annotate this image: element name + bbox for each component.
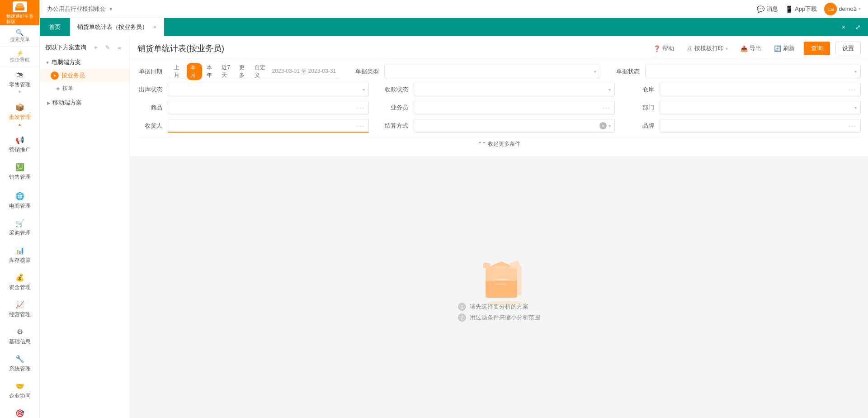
dept-dropdown-icon: ▾ xyxy=(854,105,857,110)
date-tab-this-year[interactable]: 本年 xyxy=(204,63,217,80)
date-tab-7days[interactable]: 近7天 xyxy=(219,63,235,80)
tab-close-window-btn[interactable]: × xyxy=(837,21,850,33)
sidebar-item-purchase[interactable]: 🛒 采购管理 xyxy=(0,214,40,242)
step-2-num: 2 xyxy=(458,314,466,322)
settings-btn[interactable]: 设置 xyxy=(835,42,861,55)
help-icon: ❓ xyxy=(653,45,660,52)
step-1-num: 1 xyxy=(458,303,466,311)
logo-icon xyxy=(13,1,27,12)
salesman-field[interactable]: ··· xyxy=(414,101,615,114)
date-tab-more[interactable]: 更多 xyxy=(236,63,250,80)
empty-text: 1 请先选择要分析的方案 2 用过滤条件来缩小分析范围 xyxy=(458,303,540,324)
collapse-panel-btn[interactable]: « xyxy=(114,43,124,52)
sidebar-search[interactable]: 🔍 搜索菜单 xyxy=(0,25,40,47)
tab-bar: 首页 销货单统计表（按业务员） × × ⤢ xyxy=(40,18,868,36)
export-icon: 📤 xyxy=(741,45,748,52)
sidebar-item-ecommerce[interactable]: 🌐 电商管理 xyxy=(0,187,40,214)
collapse-bar[interactable]: ⌃⌃ 收起更多条件 xyxy=(137,137,861,151)
tab-close-btn[interactable]: × xyxy=(153,24,156,30)
message-icon: 💬 xyxy=(757,5,764,13)
salesman-label: 业务员 xyxy=(383,104,408,112)
receiver-dots: ··· xyxy=(357,122,365,129)
collapse-icon: « xyxy=(118,44,121,51)
marketing-icon: 📢 xyxy=(15,136,24,144)
plan-item-icon: ● xyxy=(51,71,59,80)
sidebar-item-retail[interactable]: 🛍 零售管理 ▼ xyxy=(0,66,40,99)
sidebar-item-basic[interactable]: ⚙ 基础信息 xyxy=(0,323,40,350)
sidebar-logo[interactable]: 畅捷通好生意 标版 xyxy=(0,0,40,25)
filter-row-3: 商品 ··· 业务员 ··· 部门 ▾ xyxy=(137,101,861,114)
date-tab-this-month[interactable]: 本月 xyxy=(187,63,202,80)
collapse-up-icon: ⌃⌃ xyxy=(478,141,486,147)
page-title-bar: 销货单统计表(按业务员) ❓ 帮助 🖨 按模板打印 ▾ 📤 导出 xyxy=(130,36,868,59)
goods-dots: ··· xyxy=(357,104,365,111)
settle-clear-btn[interactable]: × xyxy=(599,122,607,129)
date-field[interactable]: 上月 本月 本年 近7天 更多 自定义 2023-03-01 至 2023-03… xyxy=(168,65,340,78)
sidebar-item-finance[interactable]: 💰 资金管理 xyxy=(0,269,40,296)
filter-row-1: 单据日期 上月 本月 本年 近7天 更多 自定义 2023-03-01 至 20… xyxy=(137,65,861,78)
left-panel: 按以下方案查询 + ✎ « ▼ 电脑端方案 ● xyxy=(40,36,130,418)
logo-text: 畅捷通好生意 标版 xyxy=(6,14,33,24)
receiver-input[interactable] xyxy=(172,122,357,129)
brand-field[interactable]: ··· xyxy=(660,119,861,133)
date-tab-custom[interactable]: 自定义 xyxy=(252,63,269,80)
header-right: 💬 消息 📱 App下载 Ea demo2 ▾ xyxy=(757,3,861,15)
doc-type-field[interactable]: ▾ xyxy=(384,65,600,78)
tab-home[interactable]: 首页 xyxy=(40,18,70,36)
dept-field[interactable]: ▾ xyxy=(660,101,861,114)
wholesale-icon: 📦 xyxy=(15,103,24,112)
receiver-field[interactable]: ··· xyxy=(168,119,369,133)
doc-status-label: 单据状态 xyxy=(615,67,640,76)
refresh-btn[interactable]: 🔄 刷新 xyxy=(770,43,798,54)
sidebar-quicknav[interactable]: ⚡ 快捷导航 xyxy=(0,47,40,66)
sidebar-item-operations[interactable]: 📈 经营管理 xyxy=(0,296,40,323)
sidebar-item-wholesale[interactable]: 📦 批发管理 ▲ xyxy=(0,99,40,131)
query-btn[interactable]: 查询 xyxy=(804,42,830,55)
mobile-group-header[interactable]: ▶ 移动端方案 xyxy=(40,96,130,109)
pay-status-field[interactable]: ▾ xyxy=(414,83,615,96)
date-tab-last-month[interactable]: 上月 xyxy=(171,63,185,80)
out-status-field[interactable]: ▾ xyxy=(168,83,369,96)
help-btn[interactable]: ❓ 帮助 xyxy=(650,43,678,54)
pay-status-label: 收款状态 xyxy=(383,86,408,94)
sidebar-item-sales[interactable]: 💹 销售管理 xyxy=(0,158,40,185)
print-btn[interactable]: 🖨 按模板打印 ▾ xyxy=(683,43,731,54)
sidebar-item-newbie[interactable]: 🎯 新手引导 xyxy=(0,404,40,418)
sales-icon: 💹 xyxy=(15,163,24,171)
app-download-btn[interactable]: 📱 App下载 xyxy=(785,5,817,13)
sidebar-item-enterprise[interactable]: 🤝 企业协同 xyxy=(0,377,40,404)
date-tabs: 上月 本月 本年 近7天 更多 自定义 xyxy=(171,63,269,80)
panel-header: 按以下方案查询 + ✎ « xyxy=(40,40,130,55)
dropdown-icon[interactable]: ▾ xyxy=(109,5,113,12)
doc-status-field[interactable]: ▾ xyxy=(645,65,861,78)
settle-label: 结算方式 xyxy=(383,122,408,130)
operations-icon: 📈 xyxy=(15,300,24,309)
ecommerce-icon: 🌐 xyxy=(15,192,24,200)
tab-maximize-btn[interactable]: ⤢ xyxy=(852,21,864,33)
date-range-text: 2023-03-01 至 2023-03-31 xyxy=(272,67,336,75)
export-btn[interactable]: 📤 导出 xyxy=(737,43,765,54)
settle-field[interactable]: × ▾ xyxy=(414,119,615,133)
desktop-plan-group: ▼ 电脑端方案 ● 按业务员 ◈ 按单 xyxy=(40,55,130,95)
message-btn[interactable]: 💬 消息 xyxy=(757,5,778,13)
edit-plan-btn[interactable]: ✎ xyxy=(103,43,113,52)
sidebar-item-system[interactable]: 🔧 系统管理 xyxy=(0,350,40,377)
empty-step-2: 2 用过滤条件来缩小分析范围 xyxy=(458,314,540,322)
add-plan-btn[interactable]: + xyxy=(91,43,101,52)
user-menu-btn[interactable]: Ea demo2 ▾ xyxy=(824,3,861,15)
receiver-label: 收货人 xyxy=(137,122,162,130)
svg-rect-2 xyxy=(17,3,23,6)
tab-salesman-report[interactable]: 销货单统计表（按业务员） × xyxy=(70,18,164,36)
warehouse-field[interactable]: ··· xyxy=(660,83,861,96)
plan-item-salesman[interactable]: ● 按业务员 xyxy=(40,69,130,82)
sidebar-item-marketing[interactable]: 📢 营销推广 xyxy=(0,131,40,158)
sidebar-item-inventory[interactable]: 📊 库存核算 xyxy=(0,242,40,269)
desktop-group-header[interactable]: ▼ 电脑端方案 xyxy=(40,56,130,69)
goods-label: 商品 xyxy=(137,104,162,112)
out-status-label: 出库状态 xyxy=(137,86,162,94)
basic-icon: ⚙ xyxy=(17,328,23,336)
filter-area: 单据日期 上月 本月 本年 近7天 更多 自定义 2023-03-01 至 20… xyxy=(130,59,868,156)
goods-field[interactable]: ··· xyxy=(168,101,369,114)
doc-status-dropdown-icon: ▾ xyxy=(854,69,857,74)
plan-subitem-order[interactable]: ◈ 按单 xyxy=(40,82,130,95)
